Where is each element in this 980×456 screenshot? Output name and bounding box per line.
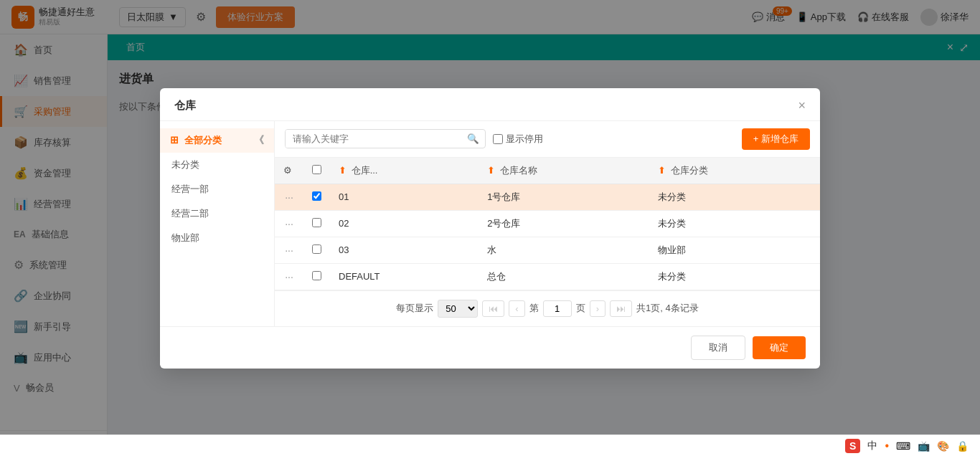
row-category: 未分类 — [649, 210, 820, 237]
row-gear: ··· — [275, 184, 303, 210]
category-item-unclassified[interactable]: 未分类 — [160, 153, 274, 177]
row-select-checkbox[interactable] — [312, 271, 321, 280]
modal-overlay: 仓库 × ⊞ 全部分类 《 未分类 经营一部 — [0, 0, 980, 456]
row-select-checkbox[interactable] — [312, 218, 321, 227]
tv-icon[interactable]: 📺 — [918, 440, 930, 452]
s-logo: S — [845, 439, 860, 453]
col-code: ⬆ 仓库... — [330, 158, 479, 184]
last-page-button[interactable]: ⏭ — [610, 300, 632, 317]
paint-icon[interactable]: 🎨 — [937, 440, 949, 452]
warehouse-modal: 仓库 × ⊞ 全部分类 《 未分类 经营一部 — [160, 88, 820, 369]
row-select-checkbox[interactable] — [312, 244, 321, 254]
search-input[interactable] — [286, 130, 461, 148]
chinese-icon[interactable]: 中 — [867, 440, 877, 452]
table-wrapper: ⚙ ⬆ 仓库... ⬆ — [275, 158, 820, 290]
modal-header: 仓库 × — [160, 88, 820, 121]
row-name: 2号仓库 — [479, 210, 649, 237]
category-item-dept1[interactable]: 经营一部 — [160, 177, 274, 201]
row-checkbox[interactable] — [303, 184, 330, 210]
row-name: 1号仓库 — [479, 184, 649, 210]
table-row[interactable]: ··· DEFAULT 总仓 未分类 — [275, 263, 820, 290]
modal-body: ⊞ 全部分类 《 未分类 经营一部 经营二部 物业部 — [160, 121, 820, 326]
row-name: 总仓 — [479, 263, 649, 290]
right-panel: 🔍 显示停用 + 新增仓库 ⚙ — [275, 121, 820, 326]
collapse-button[interactable]: 《 — [254, 134, 264, 147]
warehouse-table: ⚙ ⬆ 仓库... ⬆ — [275, 158, 820, 290]
row-code: DEFAULT — [330, 263, 479, 290]
row-category: 未分类 — [649, 263, 820, 290]
sort-icon-code: ⬆ — [339, 165, 347, 176]
sort-icon-category: ⬆ — [658, 165, 666, 176]
confirm-button[interactable]: 确定 — [753, 336, 806, 359]
row-code: 02 — [330, 210, 479, 237]
show-disabled-checkbox[interactable] — [493, 134, 503, 144]
table-header-row: ⚙ ⬆ 仓库... ⬆ — [275, 158, 820, 184]
modal-footer: 取消 确定 — [160, 326, 820, 369]
dot-icon: • — [885, 440, 889, 452]
show-disabled-label[interactable]: 显示停用 — [493, 133, 543, 146]
col-checkbox — [303, 158, 330, 184]
prev-page-button[interactable]: ‹ — [509, 300, 524, 317]
category-panel: ⊞ 全部分类 《 未分类 经营一部 经营二部 物业部 — [160, 121, 275, 326]
row-gear: ··· — [275, 237, 303, 263]
search-box: 🔍 — [285, 129, 486, 148]
table-body: ··· 01 1号仓库 未分类 ··· 02 2号仓库 未分类 ··· 03 水… — [275, 184, 820, 290]
category-item-dept2[interactable]: 经营二部 — [160, 201, 274, 226]
status-bar: S 中 • ⌨ 📺 🎨 🔒 — [0, 434, 980, 456]
row-gear: ··· — [275, 263, 303, 290]
row-gear: ··· — [275, 210, 303, 237]
per-page-select[interactable]: 50 100 — [438, 300, 478, 318]
page-input[interactable] — [543, 300, 572, 317]
modal-close-button[interactable]: × — [798, 98, 806, 113]
col-category: ⬆ 仓库分类 — [649, 158, 820, 184]
cancel-button[interactable]: 取消 — [691, 336, 745, 360]
row-code: 03 — [330, 237, 479, 263]
select-all-checkbox[interactable] — [312, 165, 321, 174]
row-code: 01 — [330, 184, 479, 210]
right-toolbar: 🔍 显示停用 + 新增仓库 — [275, 121, 820, 158]
category-item-property[interactable]: 物业部 — [160, 226, 274, 250]
table-row[interactable]: ··· 02 2号仓库 未分类 — [275, 210, 820, 237]
col-name: ⬆ 仓库名称 — [479, 158, 649, 184]
gear-header-icon: ⚙ — [283, 165, 292, 176]
search-icon-button[interactable]: 🔍 — [461, 130, 485, 148]
row-category: 未分类 — [649, 184, 820, 210]
pagination: 每页显示 50 100 ⏮ ‹ 第 页 › ⏭ 共1页, 4条记录 — [275, 290, 820, 326]
category-grid-icon: ⊞ — [170, 134, 179, 146]
row-checkbox[interactable] — [303, 210, 330, 237]
add-warehouse-button[interactable]: + 新增仓库 — [742, 128, 810, 150]
modal-title: 仓库 — [174, 99, 196, 113]
keyboard-icon[interactable]: ⌨ — [896, 440, 910, 452]
next-page-button[interactable]: › — [590, 300, 606, 317]
first-page-button[interactable]: ⏮ — [482, 300, 504, 317]
row-checkbox[interactable] — [303, 237, 330, 263]
table-row[interactable]: ··· 03 水 物业部 — [275, 237, 820, 263]
row-checkbox[interactable] — [303, 263, 330, 290]
lock-icon[interactable]: 🔒 — [956, 440, 969, 452]
category-header: ⊞ 全部分类 《 — [160, 128, 274, 153]
col-gear: ⚙ — [275, 158, 303, 184]
row-name: 水 — [479, 237, 649, 263]
row-category: 物业部 — [649, 237, 820, 263]
table-row[interactable]: ··· 01 1号仓库 未分类 — [275, 184, 820, 210]
sort-icon-name: ⬆ — [487, 165, 495, 176]
row-select-checkbox[interactable] — [312, 191, 321, 201]
